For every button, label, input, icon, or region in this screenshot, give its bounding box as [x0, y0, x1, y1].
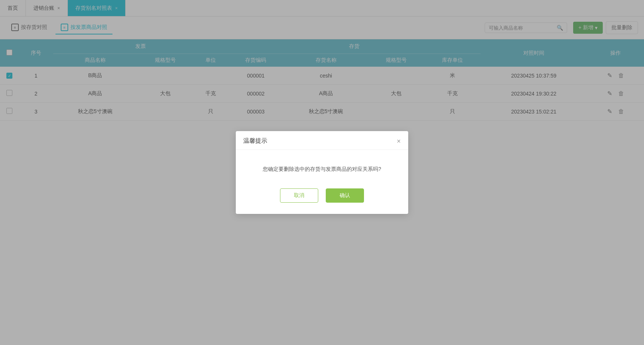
dialog-message: 您确定要删除选中的存货与发票商品的对应关系吗? [263, 166, 381, 172]
dialog-header: 温馨提示 × [236, 131, 408, 150]
dialog-footer: 取消 确认 [236, 185, 408, 214]
dialog-confirm-button[interactable]: 确认 [326, 188, 364, 203]
overlay: 温馨提示 × 您确定要删除选中的存货与发票商品的对应关系吗? 取消 确认 [0, 0, 644, 345]
dialog: 温馨提示 × 您确定要删除选中的存货与发票商品的对应关系吗? 取消 确认 [236, 131, 408, 214]
dialog-title: 温馨提示 [243, 137, 267, 145]
dialog-cancel-button[interactable]: 取消 [280, 188, 318, 203]
dialog-body: 您确定要删除选中的存货与发票商品的对应关系吗? [236, 150, 408, 184]
dialog-close-button[interactable]: × [397, 138, 401, 145]
